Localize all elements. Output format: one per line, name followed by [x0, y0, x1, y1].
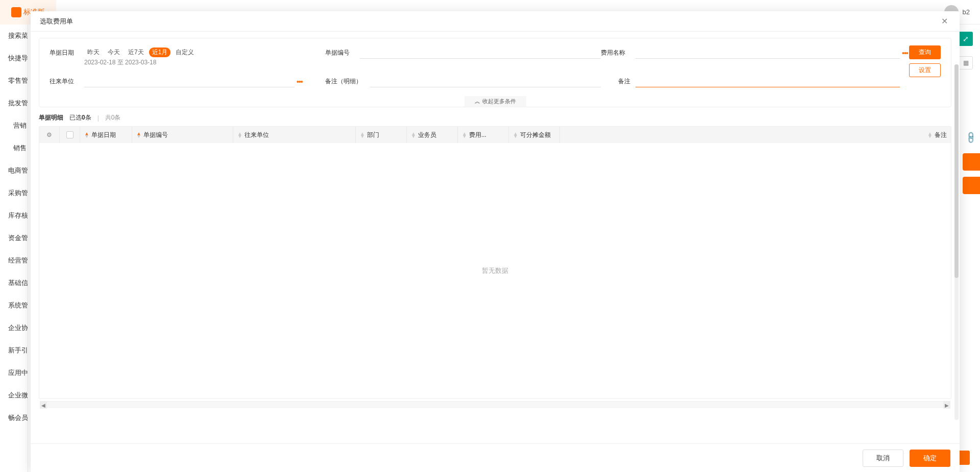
total-count: 共0条: [105, 113, 121, 122]
remark-input[interactable]: [635, 76, 900, 87]
modal-body: 单据日期 昨天 今天 近7天 近1月 自定义 2023-02-18 至 2023…: [31, 32, 960, 443]
date-tag-custom[interactable]: 自定义: [173, 48, 197, 57]
collapse-toggle[interactable]: ︽ 收起更多条件: [464, 96, 526, 107]
vertical-scrollbar[interactable]: [954, 64, 959, 420]
col-fee[interactable]: ▲▼费用...: [458, 127, 509, 143]
date-tag-7days[interactable]: 近7天: [125, 48, 147, 57]
table-title: 单据明细: [39, 113, 63, 122]
filter-label-remark-detail: 备注（明细）: [325, 76, 370, 86]
date-tag-1month[interactable]: 近1月: [149, 48, 171, 57]
empty-state: 暂无数据: [39, 143, 951, 398]
collapse-bar: ︽ 收起更多条件: [50, 96, 941, 107]
filter-label-code: 单据编号: [325, 48, 360, 57]
empty-text: 暂无数据: [482, 266, 508, 275]
query-button[interactable]: 查询: [909, 45, 941, 59]
filter-label-date: 单据日期: [50, 48, 84, 57]
close-icon[interactable]: ✕: [938, 15, 950, 28]
filter-label-remark: 备注: [601, 76, 635, 86]
filter-row: 往来单位 ••• 备注（明细） 备注: [50, 76, 941, 87]
col-dept[interactable]: ▲▼部门: [356, 127, 407, 143]
feename-input[interactable]: [635, 48, 900, 59]
date-tag-today[interactable]: 今天: [105, 48, 123, 57]
col-unit[interactable]: ▲▼往来单位: [233, 127, 356, 143]
more-icon[interactable]: •••: [902, 49, 908, 57]
chevron-up-icon: ︽: [475, 98, 480, 105]
col-remark[interactable]: ▲▼备注: [560, 127, 951, 143]
filter-code-group: 单据编号: [325, 48, 601, 59]
modal-title: 选取费用单: [40, 17, 73, 26]
unit-input[interactable]: [84, 76, 295, 87]
col-agent[interactable]: ▲▼业务员: [407, 127, 458, 143]
filter-label-unit: 往来单位: [50, 76, 84, 86]
collapse-text: 收起更多条件: [482, 98, 516, 105]
filter-row: 单据日期 昨天 今天 近7天 近1月 自定义 2023-02-18 至 2023…: [50, 48, 941, 67]
modal-footer: 取消 确定: [31, 443, 960, 472]
date-tag-yesterday[interactable]: 昨天: [84, 48, 103, 57]
scroll-left-icon[interactable]: ◀: [40, 402, 47, 409]
col-code[interactable]: ▲▼单据编号: [132, 127, 233, 143]
more-icon[interactable]: •••: [297, 78, 303, 86]
date-range-text: 2023-02-18 至 2023-03-18: [84, 58, 325, 67]
col-amount[interactable]: ▲▼可分摊金额: [509, 127, 560, 143]
selected-count: 已选0条: [69, 113, 91, 122]
cancel-button[interactable]: 取消: [863, 450, 903, 467]
filter-label-feename: 费用名称: [601, 48, 635, 57]
table-meta: 单据明细 已选0条 | 共0条: [39, 113, 951, 122]
scroll-thumb[interactable]: [954, 64, 959, 278]
modal-overlay: 选取费用单 ✕ 单据日期 昨天 今天 近7天 近1月: [0, 0, 980, 472]
date-quick-tags: 昨天 今天 近7天 近1月 自定义: [84, 48, 325, 57]
gear-icon[interactable]: ⚙: [39, 127, 60, 143]
filter-date-group: 单据日期 昨天 今天 近7天 近1月 自定义 2023-02-18 至 2023…: [50, 48, 325, 67]
filter-unit-group: 往来单位 •••: [50, 76, 325, 87]
remark-detail-input[interactable]: [370, 76, 601, 87]
table-header: ⚙ ▲▼单据日期 ▲▼单据编号 ▲▼往来单位 ▲▼部门 ▲▼业务员 ▲▼费用..…: [39, 127, 951, 143]
select-all-checkbox[interactable]: [60, 127, 80, 143]
filter-remark-group: 备注: [601, 76, 941, 87]
scroll-right-icon[interactable]: ▶: [943, 402, 950, 409]
filter-remark-detail-group: 备注（明细）: [325, 76, 601, 87]
filter-panel: 单据日期 昨天 今天 近7天 近1月 自定义 2023-02-18 至 2023…: [39, 38, 951, 107]
filter-actions: 查询 设置: [909, 45, 941, 77]
horizontal-scrollbar[interactable]: ◀ ▶: [40, 401, 950, 408]
settings-button[interactable]: 设置: [909, 63, 941, 77]
data-table: ⚙ ▲▼单据日期 ▲▼单据编号 ▲▼往来单位 ▲▼部门 ▲▼业务员 ▲▼费用..…: [39, 126, 951, 399]
modal-header: 选取费用单 ✕: [31, 11, 960, 32]
filter-feename-group: 费用名称 •••: [601, 48, 941, 59]
ok-button[interactable]: 确定: [910, 450, 950, 467]
select-fee-modal: 选取费用单 ✕ 单据日期 昨天 今天 近7天 近1月: [31, 11, 960, 472]
col-date[interactable]: ▲▼单据日期: [80, 127, 132, 143]
code-input[interactable]: [360, 48, 601, 59]
